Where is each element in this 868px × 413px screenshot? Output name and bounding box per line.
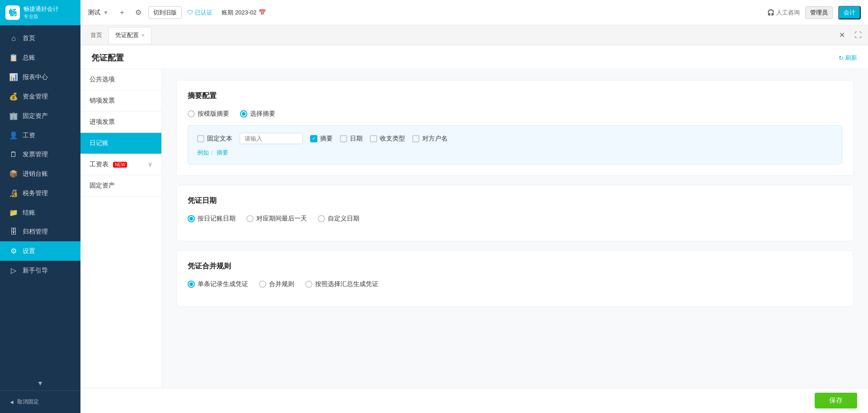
topbar-right: 🎧 人工咨询 管理员 会计 <box>767 6 861 19</box>
merge-section-title: 凭证合并规则 <box>188 262 842 271</box>
summary-select-option[interactable]: 选择摘要 <box>240 110 275 118</box>
tab-home[interactable]: 首页 <box>84 27 108 43</box>
diary-date-option[interactable]: 按日记账日期 <box>188 215 236 223</box>
summary-generate-label: 按照选择汇总生成凭证 <box>315 280 378 288</box>
main-area: 测试 ▼ + ⚙ 切到旧版 🛡 已认证 账期 2023-02 📅 🎧 人工咨询 <box>80 0 868 413</box>
company-name: 测试 <box>88 9 100 17</box>
sidebar-item-home[interactable]: ⌂ 首页 <box>0 29 80 48</box>
fixed-text-checkbox-box[interactable] <box>197 135 204 142</box>
counterparty-checkbox-box[interactable] <box>412 135 420 142</box>
config-content: 摘要配置 按模版摘要 选择摘要 <box>162 69 868 388</box>
sidebar-item-ledger[interactable]: 📋 总账 <box>0 48 80 67</box>
payment-type-checkbox[interactable]: 收支类型 <box>370 135 405 143</box>
app-edition: 专业版 <box>24 13 59 20</box>
summary-section: 摘要配置 按模版摘要 选择摘要 <box>176 80 854 176</box>
payment-type-checkbox-box[interactable] <box>370 135 377 142</box>
sidebar-nav: ⌂ 首页 📋 总账 📊 报表中心 💰 资金管理 🏢 固定资产 👤 工资 <box>0 25 80 376</box>
custom-date-option[interactable]: 自定义日期 <box>318 215 359 223</box>
expand-button[interactable]: ⛶ <box>852 29 864 42</box>
role-button[interactable]: 会计 <box>838 6 861 19</box>
sidebar-item-label: 税务管理 <box>23 189 48 197</box>
custom-date-radio[interactable] <box>318 215 325 222</box>
fixed-text-checkbox[interactable]: 固定文本 <box>197 135 232 143</box>
sidebar-item-archive[interactable]: 🗄 归档管理 <box>0 222 80 241</box>
diary-date-label: 按日记账日期 <box>198 215 236 223</box>
topbar: 测试 ▼ + ⚙ 切到旧版 🛡 已认证 账期 2023-02 📅 🎧 人工咨询 <box>80 0 868 25</box>
company-selector[interactable]: 测试 ▼ <box>88 9 108 17</box>
tab-close-icon[interactable]: × <box>142 32 145 38</box>
sidebar-scroll-down[interactable]: ▼ <box>0 376 80 390</box>
topbar-actions: + ⚙ 切到旧版 <box>116 6 182 19</box>
example-prefix: 例如： <box>197 149 215 156</box>
summary-select-radio[interactable] <box>240 110 247 117</box>
customer-service-button[interactable]: 🎧 人工咨询 <box>767 9 800 17</box>
sidebar-item-tax[interactable]: 🔏 税务管理 <box>0 183 80 203</box>
tab-voucher-config[interactable]: 凭证配置 × <box>108 27 151 43</box>
fixed-text-label: 固定文本 <box>207 135 232 143</box>
user-button[interactable]: 管理员 <box>805 6 833 19</box>
fund-icon: 💰 <box>9 92 18 101</box>
diary-date-radio[interactable] <box>188 215 195 222</box>
merge-radio-group: 单条记录生成凭证 合并规则 按照选择汇总生成凭证 <box>188 280 842 288</box>
date-radio-group: 按日记账日期 对应期间最后一天 自定义日期 <box>188 215 842 223</box>
period-last-day-radio[interactable] <box>246 215 254 222</box>
summary-checkbox-box[interactable] <box>310 135 317 142</box>
refresh-button[interactable]: ↻ 刷新 <box>839 54 857 62</box>
summary-template-option[interactable]: 按模版摘要 <box>188 110 229 118</box>
company-dropdown-icon: ▼ <box>103 9 108 16</box>
config-sidebar: 公共选项 销项发票 进项发票 日记账 工资表 NEW ∨ 固定资产 <box>80 69 162 388</box>
service-label: 人工咨询 <box>776 9 800 17</box>
switch-version-button[interactable]: 切到旧版 <box>148 6 182 19</box>
summary-select-label: 选择摘要 <box>250 110 275 118</box>
date-checkbox[interactable]: 日期 <box>340 135 363 143</box>
date-checkbox-box[interactable] <box>340 135 347 142</box>
certified-label: 已认证 <box>195 9 212 17</box>
settings-gear-button[interactable]: ⚙ <box>132 6 145 19</box>
summary-checkbox[interactable]: 摘要 <box>310 135 333 143</box>
sidebar-item-guide[interactable]: ▷ 新手引导 <box>0 261 80 280</box>
sidebar-item-salary[interactable]: 👤 工资 <box>0 126 80 145</box>
sidebar-item-reports[interactable]: 📊 报表中心 <box>0 67 80 87</box>
counterparty-checkbox[interactable]: 对方户名 <box>412 135 448 143</box>
sidebar-item-label: 进销台账 <box>23 170 48 178</box>
date-label: 日期 <box>350 135 363 143</box>
single-record-option[interactable]: 单条记录生成凭证 <box>188 280 248 288</box>
refresh-icon: ↻ <box>839 55 844 61</box>
sidebar-item-fund[interactable]: 💰 资金管理 <box>0 87 80 106</box>
summary-generate-option[interactable]: 按照选择汇总生成凭证 <box>305 280 378 288</box>
config-nav-fixed-assets[interactable]: 固定资产 <box>80 175 161 197</box>
sidebar-item-label: 总账 <box>23 54 35 62</box>
sidebar-item-label: 新手引导 <box>23 267 48 275</box>
summary-template-radio[interactable] <box>188 110 195 117</box>
calendar-icon: 📅 <box>259 9 266 16</box>
sidebar-item-label: 设置 <box>23 247 35 255</box>
sidebar-item-invoice[interactable]: 🗒 发票管理 <box>0 145 80 164</box>
single-record-label: 单条记录生成凭证 <box>198 280 248 288</box>
config-nav-diary[interactable]: 日记账 <box>80 133 161 154</box>
config-nav-payroll[interactable]: 工资表 NEW ∨ <box>80 154 161 175</box>
merge-rule-label: 合并规则 <box>269 280 294 288</box>
sidebar: 畅 畅捷通好会计 专业版 ⌂ 首页 📋 总账 📊 报表中心 💰 资金管理 <box>0 0 80 413</box>
save-button[interactable]: 保存 <box>815 393 857 408</box>
config-nav-public[interactable]: 公共选项 <box>80 69 161 90</box>
config-nav-sales-invoice[interactable]: 销项发票 <box>80 90 161 112</box>
shield-icon: 🛡 <box>187 9 193 16</box>
period-last-day-option[interactable]: 对应期间最后一天 <box>246 215 307 223</box>
summary-generate-radio[interactable] <box>305 281 312 288</box>
close-tab-button[interactable]: ✕ <box>835 29 848 42</box>
config-nav-purchase-invoice[interactable]: 进项发票 <box>80 112 161 133</box>
sidebar-item-sales[interactable]: 📦 进销台账 <box>0 164 80 183</box>
sidebar-item-assets[interactable]: 🏢 固定资产 <box>0 106 80 126</box>
tab-voucher-config-label: 凭证配置 <box>115 31 139 39</box>
sidebar-item-label: 发票管理 <box>23 150 48 159</box>
single-record-radio[interactable] <box>188 281 195 288</box>
brand-info: 畅捷通好会计 专业版 <box>24 5 59 20</box>
merge-rule-radio[interactable] <box>259 281 266 288</box>
merge-rule-option[interactable]: 合并规则 <box>259 280 294 288</box>
sidebar-item-settings[interactable]: ⚙ 设置 <box>0 241 80 261</box>
counterparty-label: 对方户名 <box>422 135 448 143</box>
add-button[interactable]: + <box>116 6 128 19</box>
sidebar-item-close[interactable]: 📁 结账 <box>0 203 80 222</box>
fixed-text-input[interactable] <box>240 133 303 144</box>
cancel-fixed-button[interactable]: ◄ 取消固定 <box>5 395 76 408</box>
